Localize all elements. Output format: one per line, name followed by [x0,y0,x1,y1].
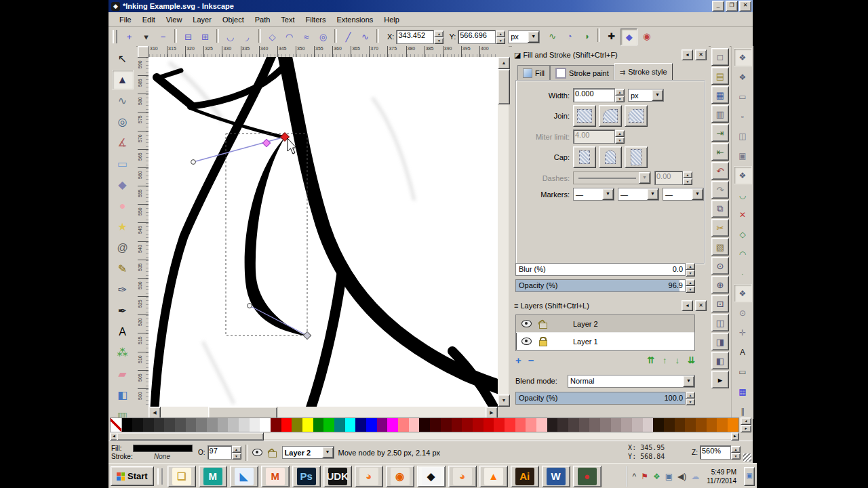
zoom-page-icon[interactable]: ⊡ [711,295,729,312]
delete-segment-icon[interactable]: ◞ [239,29,255,45]
paste-icon[interactable]: ▧ [711,238,729,256]
vertical-ruler[interactable]: 5905855805755705655605555505455405355305… [138,57,149,407]
palette-scroll-thumb[interactable] [117,432,264,441]
word-icon[interactable]: W [542,466,570,487]
tool-paint-bucket[interactable]: ◧ [112,385,134,405]
color-swatch[interactable] [345,418,356,432]
hidden-icons-chevron-icon[interactable]: ^ [633,472,637,481]
color-swatch[interactable] [707,418,717,432]
stroke-width-input[interactable]: 0.000 [573,88,615,102]
remove-layer-button[interactable]: − [528,354,534,366]
color-swatch[interactable] [281,418,292,432]
layer-lock-icon[interactable] [538,319,547,328]
close-panel-icon[interactable]: ✕ [695,49,707,60]
tool-measure[interactable]: ∡ [112,133,134,152]
color-swatch[interactable] [600,418,611,432]
dash-offset-spinner[interactable]: ▲▼ [683,171,692,184]
join-nodes-icon[interactable]: ⊞ [197,29,213,45]
color-swatch[interactable] [398,418,409,432]
tab-stroke-style[interactable]: ⇉ Stroke style [614,63,673,80]
color-swatch[interactable] [218,418,229,432]
show-transform-handles-icon[interactable]: ✚ [604,28,619,44]
x-coord-input[interactable]: 343.452 [396,30,434,44]
taskbar-clock[interactable]: 5:49 PM 11/7/2014 [707,468,736,485]
color-swatch[interactable] [557,418,568,432]
bezier-handle-circle[interactable] [248,304,252,308]
edit-mask-icon[interactable]: ◑ [578,28,594,44]
create-clone-icon[interactable]: ◨ [711,333,729,350]
tool-zoom[interactable]: ◎ [112,112,134,131]
color-swatch[interactable] [132,418,143,432]
volume-icon[interactable]: ◀) [677,472,686,481]
snap-enable[interactable]: ❖ [734,48,752,66]
duplicate-icon[interactable]: ◫ [711,314,729,331]
master-opacity-spinner[interactable]: ▲▼ [232,446,241,459]
stroke-width-spinner[interactable]: ▲▼ [615,89,625,102]
palette-next-icon[interactable]: ▸ [741,425,751,432]
tool-selector[interactable]: ↖ [112,49,134,68]
color-swatch[interactable] [589,418,600,432]
color-swatch[interactable] [313,418,324,432]
separator[interactable] [334,29,337,43]
menu-item[interactable]: Filters [300,14,332,25]
tool-3dbox[interactable]: ◆ [112,175,134,195]
color-swatch[interactable] [239,418,250,432]
color-swatch[interactable] [568,418,579,432]
separator[interactable] [174,29,177,43]
color-swatch[interactable] [271,418,281,432]
show-bezier-handles-icon[interactable]: ◆ [620,28,637,45]
title-bar[interactable]: ◆ *Inking Example.svg - Inkscape _ ❐ ✕ [108,0,753,12]
separator[interactable] [597,28,600,42]
color-swatch[interactable] [685,418,696,432]
menu-item[interactable]: Object [217,14,250,25]
x-coord-spinner[interactable]: ▲▼ [434,30,443,43]
color-swatch[interactable] [515,418,526,432]
color-swatch[interactable] [355,418,366,432]
join-miter-button[interactable] [573,105,596,127]
drawing-canvas[interactable] [149,57,498,407]
color-swatch[interactable] [505,418,515,432]
udk-icon[interactable]: UDK [323,466,352,487]
fill-stroke-indicator[interactable]: Fill: Stroke: None [111,445,193,461]
photoshop-icon[interactable]: Ps [292,466,321,487]
layer-visibility-eye-icon[interactable] [521,320,532,327]
color-swatch[interactable] [302,418,313,432]
layer-opacity-spinner[interactable]: ▲▼ [686,392,695,405]
join-round-button[interactable] [599,105,622,127]
cap-butt-button[interactable] [573,146,596,168]
snap-page-border[interactable]: ▭ [734,363,752,381]
raise-layer-to-top-button[interactable]: ⇈ [647,355,654,365]
zoom-input[interactable]: 560% [700,445,731,460]
redo-icon[interactable]: ↷ [711,181,729,199]
color-swatch[interactable] [419,418,430,432]
menu-item[interactable]: View [161,14,188,25]
color-swatch[interactable] [323,418,334,432]
delete-node-icon[interactable]: − [155,29,171,45]
cut-icon[interactable]: ✂ [711,219,729,237]
insert-node-icon[interactable]: + [121,29,137,45]
color-swatch[interactable] [377,418,388,432]
lower-layer-button[interactable]: ↓ [675,355,680,365]
snap-text-baseline[interactable]: A [734,343,752,361]
color-swatch[interactable] [175,418,186,432]
opacity-spinner[interactable]: ▲▼ [686,279,695,292]
width-unit-dropdown[interactable]: px ▼ [628,89,664,102]
collapse-panel-icon[interactable]: ◂ [682,49,693,60]
tool-ellipse[interactable]: ● [112,196,134,216]
toolbar-grip[interactable] [113,30,117,43]
tab-stroke-paint[interactable]: Stroke paint [550,65,614,80]
snap-rotation-centers[interactable]: ✛ [734,323,752,342]
color-swatch[interactable] [250,418,260,432]
import-bitmap-icon[interactable]: ⇥ [711,124,729,142]
menu-item[interactable]: Text [275,14,300,25]
mudbox-icon[interactable]: M [261,466,290,487]
blur-spinner[interactable]: ▲▼ [686,263,695,276]
palette-prev-icon[interactable]: ◂ [741,418,751,425]
vertical-scrollbar[interactable]: ▲ ▼ [498,57,509,407]
open-document-icon[interactable]: ▤ [711,67,729,85]
unit-dropdown[interactable]: px ▼ [508,30,540,43]
tool-eraser[interactable]: ▰ [112,364,134,384]
color-swatch[interactable] [728,418,738,432]
color-swatch[interactable] [643,418,654,432]
selected-node-diamond[interactable] [262,139,270,146]
